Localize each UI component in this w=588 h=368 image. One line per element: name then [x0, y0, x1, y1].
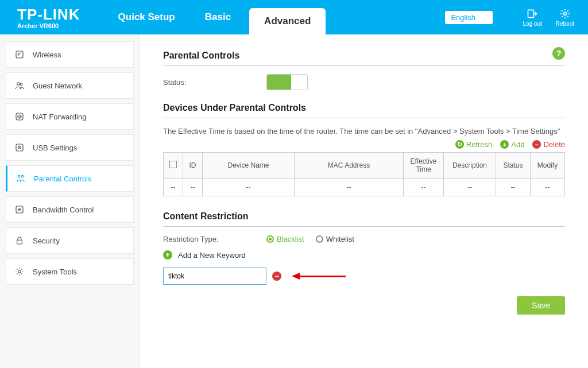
- sidebar-item-label: Guest Network: [33, 82, 82, 90]
- usb-icon: [14, 142, 25, 153]
- reboot-label: Reboot: [556, 21, 574, 27]
- cell: --: [295, 179, 404, 196]
- annotation-arrow: [292, 273, 346, 280]
- sidebar-item-nat-forwarding[interactable]: NAT Forwarding: [6, 103, 134, 130]
- status-toggle[interactable]: [266, 74, 308, 90]
- select-all-checkbox[interactable]: [169, 161, 177, 168]
- table-row: -- -- -- -- -- -- -- --: [164, 179, 565, 196]
- svg-rect-12: [17, 240, 22, 244]
- cell: --: [404, 179, 444, 196]
- add-button[interactable]: +Add: [500, 140, 524, 149]
- content-restriction-title: Content Restriction: [163, 211, 565, 222]
- cell: --: [164, 179, 183, 196]
- refresh-label: Refresh: [466, 140, 493, 149]
- plus-icon: +: [163, 250, 172, 259]
- radio-icon: [266, 235, 274, 243]
- save-button[interactable]: Save: [517, 296, 565, 315]
- nat-icon: [14, 111, 25, 122]
- add-keyword-button[interactable]: + Add a New Keyword: [163, 250, 565, 259]
- sidebar-item-label: System Tools: [33, 268, 77, 276]
- sidebar-item-label: Parental Controls: [34, 175, 91, 183]
- table-actions: ↻Refresh +Add −Delete: [163, 140, 565, 149]
- language-select-wrap[interactable]: English: [445, 11, 504, 24]
- status-label: Status:: [163, 78, 266, 87]
- cell: --: [444, 179, 496, 196]
- sidebar-item-security[interactable]: Security: [6, 227, 134, 254]
- lock-icon: [14, 235, 25, 246]
- add-keyword-label: Add a New Keyword: [178, 251, 246, 259]
- reboot-icon: [559, 8, 571, 20]
- cell: --: [203, 179, 295, 196]
- svg-point-1: [563, 12, 566, 15]
- th-effective-time: Effective Time: [404, 153, 444, 179]
- devices-table: ID Device Name MAC Address Effective Tim…: [163, 152, 565, 196]
- sidebar-item-label: NAT Forwarding: [33, 113, 86, 121]
- sidebar-item-wireless[interactable]: Wireless: [6, 41, 134, 68]
- svg-point-4: [20, 83, 22, 86]
- svg-point-9: [21, 175, 24, 177]
- svg-rect-0: [528, 10, 534, 17]
- reboot-button[interactable]: Reboot: [556, 8, 574, 27]
- top-bar: TP-LINK Archer VR600 Quick Setup Basic A…: [0, 0, 588, 34]
- sidebar-item-label: Bandwidth Control: [33, 206, 94, 214]
- radio-icon: [316, 235, 323, 243]
- logout-label: Log out: [523, 21, 541, 27]
- sidebar-item-parental-controls[interactable]: Parental Controls: [6, 165, 134, 192]
- svg-point-3: [17, 83, 20, 86]
- delete-button[interactable]: −Delete: [532, 140, 565, 149]
- brand: TP-LINK Archer VR600: [17, 6, 80, 29]
- sidebar: Wireless Guest Network NAT Forwarding US…: [0, 34, 140, 368]
- divider: [163, 118, 565, 118]
- radio-label: Whitelist: [326, 235, 354, 243]
- keyword-row: −: [163, 268, 565, 285]
- devices-title: Devices Under Parental Controls: [163, 103, 565, 113]
- nav-advanced[interactable]: Advanced: [249, 8, 326, 34]
- cell: --: [183, 179, 203, 196]
- bandwidth-icon: [14, 204, 25, 215]
- svg-rect-5: [16, 113, 23, 120]
- radio-whitelist[interactable]: Whitelist: [316, 235, 354, 243]
- language-select[interactable]: English: [445, 11, 493, 24]
- gear-icon: [14, 266, 25, 277]
- keyword-input[interactable]: [163, 268, 266, 285]
- logout-button[interactable]: Log out: [523, 8, 541, 27]
- sidebar-item-guest-network[interactable]: Guest Network: [6, 72, 134, 99]
- svg-point-8: [18, 175, 20, 177]
- refresh-button[interactable]: ↻Refresh: [455, 140, 493, 149]
- main-nav: Quick Setup Basic Advanced: [103, 0, 330, 34]
- main-content: ? Parental Controls Status: Devices Unde…: [140, 34, 588, 368]
- parental-icon: [16, 173, 26, 184]
- divider: [163, 226, 565, 227]
- delete-label: Delete: [543, 140, 565, 149]
- table-header-row: ID Device Name MAC Address Effective Tim…: [164, 153, 565, 179]
- divider: [163, 65, 565, 66]
- radio-blacklist[interactable]: Blacklist: [266, 235, 304, 243]
- page-title: Parental Controls: [163, 51, 565, 61]
- devices-note: The Effective Time is based on the time …: [163, 126, 565, 137]
- brand-model: Archer VR600: [17, 22, 80, 29]
- refresh-icon: ↻: [455, 140, 464, 149]
- guest-icon: [14, 80, 25, 91]
- svg-rect-10: [16, 206, 23, 213]
- brand-name: TP-LINK: [17, 6, 80, 24]
- th-status: Status: [496, 153, 531, 179]
- restriction-type-label: Restriction Type:: [163, 235, 266, 243]
- th-description: Description: [444, 153, 496, 179]
- wireless-icon: [14, 49, 25, 60]
- sidebar-item-label: Security: [33, 237, 60, 245]
- cell: --: [531, 179, 565, 196]
- cell: --: [496, 179, 531, 196]
- add-label: Add: [511, 140, 524, 149]
- th-modify: Modify: [531, 153, 565, 179]
- radio-label: Blacklist: [277, 235, 304, 243]
- nav-quick-setup[interactable]: Quick Setup: [103, 0, 190, 34]
- plus-icon: +: [500, 140, 509, 149]
- help-button[interactable]: ?: [552, 47, 565, 60]
- nav-basic[interactable]: Basic: [190, 0, 246, 34]
- th-id: ID: [183, 153, 203, 179]
- sidebar-item-usb-settings[interactable]: USB Settings: [6, 134, 134, 161]
- sidebar-item-system-tools[interactable]: System Tools: [6, 258, 134, 285]
- th-mac: MAC Address: [295, 153, 404, 179]
- remove-keyword-button[interactable]: −: [272, 272, 281, 281]
- sidebar-item-bandwidth-control[interactable]: Bandwidth Control: [6, 196, 134, 223]
